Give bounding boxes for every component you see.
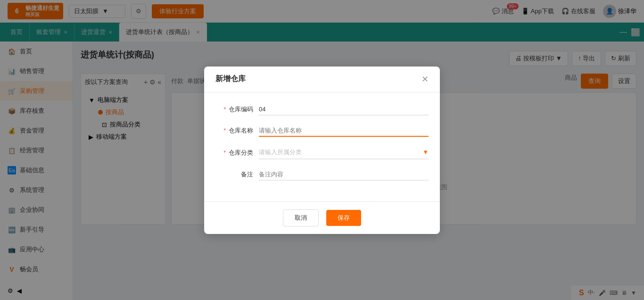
- code-label: * 仓库编码: [215, 105, 253, 114]
- modal-footer: 取消 保存: [204, 201, 440, 234]
- cancel-button[interactable]: 取消: [283, 209, 319, 226]
- save-button[interactable]: 保存: [326, 210, 361, 226]
- form-row-note: 备注: [215, 169, 429, 181]
- form-row-code: * 仓库编码: [215, 104, 429, 116]
- add-warehouse-modal: 新增仓库 ✕ * 仓库编码 * 仓库名称: [204, 67, 440, 234]
- form-row-category: * 仓库分类 请输入所属分类 ▼: [215, 146, 429, 159]
- required-star-name: *: [223, 127, 226, 134]
- category-placeholder: 请输入所属分类: [259, 148, 302, 157]
- required-star-code: *: [223, 106, 226, 113]
- form-row-name: * 仓库名称: [215, 125, 429, 137]
- modal-close-button[interactable]: ✕: [421, 74, 429, 84]
- note-input[interactable]: [259, 169, 429, 181]
- modal-title: 新增仓库: [215, 74, 246, 84]
- category-chevron-icon: ▼: [422, 149, 429, 156]
- name-label: * 仓库名称: [215, 126, 253, 135]
- modal-header: 新增仓库 ✕: [204, 67, 440, 92]
- modal-overlay: 新增仓库 ✕ * 仓库编码 * 仓库名称: [0, 0, 644, 300]
- name-input[interactable]: [259, 125, 429, 137]
- code-input[interactable]: [259, 104, 429, 116]
- note-label: 备注: [215, 170, 253, 179]
- category-label: * 仓库分类: [215, 149, 253, 157]
- category-select[interactable]: 请输入所属分类 ▼: [259, 146, 429, 159]
- modal-body: * 仓库编码 * 仓库名称 * 仓库分类 请输入所属: [204, 92, 440, 201]
- required-star-category: *: [223, 149, 226, 156]
